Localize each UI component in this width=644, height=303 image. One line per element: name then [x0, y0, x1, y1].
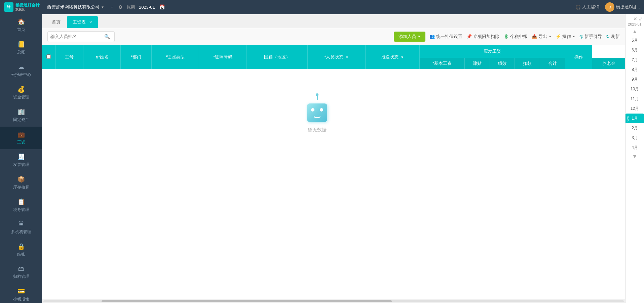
- sidebar-item-home[interactable]: 🏠 首页: [0, 14, 42, 37]
- month-item-7[interactable]: 7月: [626, 55, 644, 65]
- sidebar-item-archive[interactable]: 🗃 归档管理: [0, 261, 42, 284]
- select-all-checkbox[interactable]: [46, 54, 51, 59]
- tab-salary[interactable]: 工资表 ✕: [67, 16, 98, 28]
- tab-home[interactable]: 首页: [46, 16, 66, 28]
- search-input[interactable]: [50, 34, 104, 39]
- sidebar-label-inventory: 库存核算: [13, 184, 29, 190]
- sidebar-item-multi-org[interactable]: 🏛 多机构管理: [0, 217, 42, 239]
- bottom-scrollbar[interactable]: [42, 299, 625, 303]
- refresh-label: 刷新: [611, 34, 620, 40]
- th-pension: 养老金: [592, 58, 625, 69]
- tax-icon: 📋: [17, 198, 25, 206]
- th-payroll: 应发工资: [420, 45, 565, 58]
- robot-eye-left: [311, 108, 314, 112]
- maximize-panel-icon[interactable]: ⤢: [639, 16, 643, 21]
- th-nation: 国籍（地区）: [247, 45, 308, 69]
- app-title: 畅捷通好会计: [15, 3, 40, 7]
- operations-dropdown-icon: ▼: [572, 35, 575, 38]
- robot-antenna: [317, 96, 318, 100]
- sidebar-item-expense[interactable]: 💳 小畅报销: [0, 284, 42, 303]
- personal-tax-icon: 💲: [503, 34, 509, 39]
- social-security-action[interactable]: 👥 统一社保设置: [429, 34, 462, 40]
- sidebar-label-salary: 工资: [17, 139, 25, 145]
- month-item-6[interactable]: 6月: [626, 45, 644, 55]
- sidebar-item-close-account[interactable]: 🔒 结账: [0, 239, 42, 261]
- tab-bar: 首页 工资表 ✕: [42, 14, 625, 28]
- month-item-10[interactable]: 10月: [626, 84, 644, 94]
- refresh-action[interactable]: ↻ 刷新: [606, 34, 620, 40]
- special-deduction-icon: 📌: [466, 34, 472, 39]
- special-deduction-action[interactable]: 📌 专项附加扣除: [466, 34, 499, 40]
- th-performance: 绩效: [490, 58, 515, 69]
- help-btn[interactable]: 🎧 人工咨询: [575, 4, 600, 10]
- personal-tax-label: 个税申报: [510, 34, 528, 40]
- month-item-wrap-jan: 2023 1月: [626, 114, 644, 123]
- month-item-12[interactable]: 12月: [626, 104, 644, 114]
- th-name: ⇅*姓名: [83, 45, 120, 69]
- search-icon[interactable]: 🔍: [104, 34, 110, 39]
- month-item-9[interactable]: 9月: [626, 75, 644, 84]
- export-dropdown-icon: ▼: [548, 35, 552, 38]
- company-name: 西安虾米网络科技有限公司: [47, 4, 100, 10]
- month-item-3[interactable]: 3月: [626, 133, 644, 143]
- guide-action[interactable]: ◎ 新手引导: [579, 34, 602, 40]
- salary-icon: 💼: [17, 131, 25, 138]
- status-filter-icon[interactable]: ▼: [345, 55, 349, 59]
- empty-cell: 暂无数据: [42, 69, 592, 160]
- table-header-row1: 工号 ⇅*姓名 *部门 *证照类型 *证照号码 国籍（地区） *人员状态 ▼: [42, 45, 625, 58]
- close-panel-icon[interactable]: ✕: [633, 16, 637, 21]
- add-icon-btn[interactable]: ＋: [110, 4, 114, 10]
- month-item-8[interactable]: 8月: [626, 65, 644, 75]
- th-status: *人员状态 ▼: [308, 45, 365, 69]
- calendar-icon[interactable]: 📅: [159, 4, 165, 10]
- sidebar-item-invoice[interactable]: 🧾 发票管理: [0, 149, 42, 172]
- period-value: 2023-01: [139, 5, 155, 10]
- sidebar-label-fixed-assets: 固定资产: [13, 117, 29, 123]
- th-id-no: *证照号码: [199, 45, 247, 69]
- month-item-5[interactable]: 5月: [626, 36, 644, 45]
- right-panel-year-header: 2023-01: [628, 22, 641, 26]
- company-selector[interactable]: 西安虾米网络科技有限公司 ▼: [47, 4, 104, 10]
- month-scroll-down-btn[interactable]: ▼: [626, 153, 644, 161]
- report-status-filter-icon[interactable]: ▼: [401, 55, 404, 59]
- user-area[interactable]: B 畅捷通B组...: [605, 2, 640, 12]
- sidebar-item-salary[interactable]: 💼 工资: [0, 127, 42, 149]
- app-subtitle: 旗舰版: [15, 8, 40, 11]
- sort-icon[interactable]: ⇅: [96, 55, 98, 59]
- operations-label: 操作: [562, 34, 571, 40]
- search-wrap: 🔍: [47, 31, 115, 42]
- month-item-11[interactable]: 11月: [626, 94, 644, 104]
- top-header: 计 畅捷通好会计 旗舰版 西安虾米网络科技有限公司 ▼ ＋ ⚙ 账期 2023-…: [0, 0, 644, 14]
- multi-org-icon: 🏛: [18, 221, 24, 228]
- th-basic-salary: *基本工资: [420, 58, 465, 69]
- toolbar: 🔍 添加人员 ▼ 👥 统一社保设置 📌 专项附加扣除 💲 个税申报: [42, 28, 625, 45]
- operations-action[interactable]: ⚡ 操作 ▼: [556, 34, 575, 40]
- sidebar-item-fixed-assets[interactable]: 🏢 固定资产: [0, 104, 42, 127]
- sidebar-label-ledger: 总账: [17, 49, 25, 55]
- scrollbar-thumb[interactable]: [102, 300, 392, 302]
- personal-tax-action[interactable]: 💲 个税申报: [503, 34, 528, 40]
- tab-close-icon[interactable]: ✕: [89, 20, 92, 24]
- sidebar-item-tax[interactable]: 📋 税务管理: [0, 194, 42, 217]
- invoice-icon: 🧾: [17, 153, 25, 161]
- month-scroll-up-btn[interactable]: ▲: [626, 28, 644, 36]
- sidebar-label-archive: 归档管理: [13, 274, 29, 279]
- cloud-icon: ☁: [18, 63, 24, 71]
- guide-action-label: 新手引导: [584, 34, 602, 40]
- month-item-4[interactable]: 4月: [626, 143, 644, 153]
- operations-icon: ⚡: [556, 34, 561, 39]
- export-action[interactable]: 📤 导出 ▼: [532, 34, 552, 40]
- sidebar-item-inventory[interactable]: 📦 库存核算: [0, 172, 42, 194]
- expense-icon: 💳: [17, 288, 25, 295]
- add-person-button[interactable]: 添加人员 ▼: [394, 32, 425, 42]
- sidebar-item-cloud-report[interactable]: ☁ 云报表中心: [0, 59, 42, 82]
- sidebar-item-fund[interactable]: 💰 资金管理: [0, 82, 42, 104]
- month-item-2[interactable]: 2月: [626, 123, 644, 133]
- sidebar: 🏠 首页 📒 总账 ☁ 云报表中心 💰 资金管理 🏢 固定资产 💼 工资 🧾 发…: [0, 14, 42, 303]
- th-report-status: 报送状态 ▼: [365, 45, 420, 69]
- sidebar-item-ledger[interactable]: 📒 总账: [0, 37, 42, 59]
- settings-icon-btn[interactable]: ⚙: [118, 4, 123, 10]
- help-label: 人工咨询: [582, 4, 600, 10]
- period-label: 账期: [127, 4, 135, 10]
- robot-mouth: [314, 116, 320, 118]
